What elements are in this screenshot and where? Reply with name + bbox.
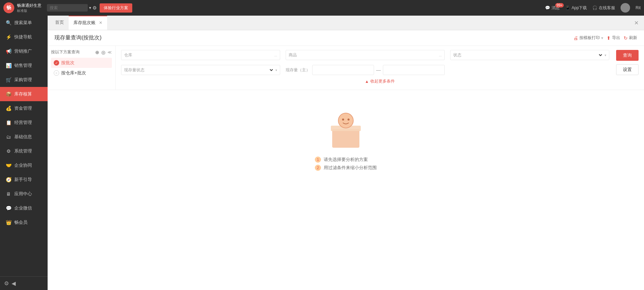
empty-svg (325, 110, 366, 151)
enterprise-icon: 🤝 (5, 162, 12, 168)
filter-row-1: 仓库 ... 商品 ... (121, 50, 609, 60)
marketing-icon: 📢 (5, 48, 12, 54)
sidebar-item-operations[interactable]: 📋 经营管理 (0, 115, 48, 130)
refresh-btn[interactable]: ↻ 刷新 (624, 35, 637, 41)
sidebar-settings-btn[interactable]: ⚙ (4, 280, 9, 287)
sidebar-bottom: ⚙ ◀ (0, 276, 48, 290)
sidebar-label-quick-nav: 快捷导航 (14, 34, 32, 40)
tab-close-btn[interactable]: ✕ (99, 20, 102, 25)
warehouse-dots-btn[interactable]: ... (274, 53, 277, 57)
empty-state: 1 请先选择要分析的方案 2 用过滤条件来缩小分析范围 (48, 90, 644, 191)
sidebar-collapse-btn[interactable]: ◀ (12, 280, 16, 287)
sidebar-item-purchase[interactable]: 🛒 采购管理 (0, 73, 48, 87)
status-select-wrap[interactable]: 状态 全部 正常 停用 ▾ (450, 50, 609, 60)
stock-main-from-input[interactable] (315, 68, 371, 72)
print-btn[interactable]: 🖨 按模板打印 ▾ (573, 35, 603, 41)
stock-main-dash: — (376, 67, 381, 73)
export-btn[interactable]: ⬆ 导出 (607, 35, 620, 41)
sidebar-item-inventory[interactable]: 📦 库存核算 (0, 87, 48, 101)
sidebar-label-purchase: 采购管理 (14, 77, 32, 83)
scheme-item-by-warehouse-batch[interactable]: ○ 按仓库+批次 (51, 68, 112, 78)
filter-settings-btn[interactable]: 设置 (616, 64, 639, 75)
sidebar-item-search[interactable]: 🔍 搜索菜单 (0, 16, 48, 30)
app-download-btn[interactable]: 📱 App下载 (565, 5, 587, 11)
svg-point-4 (348, 119, 350, 121)
operations-icon: 📋 (5, 120, 12, 126)
stock-status-label: 现存量状态 (124, 67, 145, 73)
sidebar-item-enterprise[interactable]: 🤝 企业协同 (0, 158, 48, 173)
product-dots-btn[interactable]: ... (439, 53, 442, 57)
warehouse-input-wrap[interactable]: 仓库 ... (121, 50, 280, 60)
add-scheme-btn[interactable]: ⊕ (95, 50, 99, 55)
sidebar-label-enterprise: 企业协同 (14, 162, 32, 168)
filter-status-group: 状态 全部 正常 停用 ▾ (450, 50, 609, 60)
sidebar-label-finance: 资金管理 (14, 105, 32, 111)
empty-hints: 1 请先选择要分析的方案 2 用过滤条件来缩小分析范围 (315, 157, 377, 171)
main-layout: 🔍 搜索菜单 ⚡ 快捷导航 📢 营销推广 📊 销售管理 🛒 采购管理 📦 库存核… (0, 16, 644, 290)
message-icon: 💬 (545, 5, 550, 10)
status-select[interactable]: 全部 正常 停用 (463, 52, 603, 58)
sidebar-item-quick-nav[interactable]: ⚡ 快捷导航 (0, 30, 48, 44)
industry-btn[interactable]: 体验行业方案 (100, 3, 132, 13)
sidebar-item-newbie[interactable]: 🧭 新手引导 (0, 173, 48, 187)
quick-nav-icon: ⚡ (5, 34, 12, 40)
sidebar-label-system: 系统管理 (14, 148, 32, 154)
collapse-btn[interactable]: ▲ 收起更多条件 (121, 77, 639, 86)
scheme-active-dot: ✓ (54, 60, 59, 66)
sidebar-label-operations: 经营管理 (14, 120, 32, 126)
stock-main-to-input[interactable] (386, 68, 442, 72)
sidebar-item-wechat[interactable]: 💬 企业微信 (0, 201, 48, 215)
stock-status-select-wrap[interactable]: 现存量状态 全部 有货 无货 ▾ (121, 65, 280, 75)
close-all-tabs-btn[interactable]: ✕ (631, 20, 641, 26)
avatar[interactable] (621, 3, 630, 13)
stock-status-select[interactable]: 全部 有货 无货 (146, 67, 274, 73)
content-area: 首页 库存批次账 ✕ ✕ 现存量查询(按批次) 🖨 按模板打印 ▾ (48, 16, 644, 290)
filter-row-2: 现存量状态 全部 有货 无货 ▾ (121, 65, 609, 75)
product-input-wrap[interactable]: 商品 ... (286, 50, 445, 60)
tab-inventory-batch[interactable]: 库存批次账 ✕ (69, 16, 107, 30)
search-input[interactable] (47, 4, 88, 12)
page-title: 现存量查询(按批次) (54, 34, 102, 41)
stock-main-to-wrap[interactable] (383, 65, 445, 75)
scheme-item-by-batch[interactable]: ✓ 按批次 (51, 58, 112, 68)
sidebar-label-basics: 基础信息 (14, 134, 32, 140)
query-btn[interactable]: 查询 (616, 50, 639, 61)
search-icon: 🔍 (5, 20, 12, 26)
status-chevron-icon: ▾ (605, 53, 606, 57)
sales-icon: 📊 (5, 62, 12, 69)
sidebar-item-appstore[interactable]: 🖥 应用中心 (0, 187, 48, 201)
filter-stock-main-group: 现存量（主） — (286, 65, 445, 75)
messages-btn[interactable]: 💬 消息 99+ (545, 5, 560, 11)
sidebar-item-member[interactable]: 👑 畅会员 (0, 215, 48, 230)
app-logo: 畅 (3, 2, 14, 13)
member-icon: 👑 (5, 219, 12, 225)
app-name: 畅康通好生意 标准版 (17, 3, 41, 13)
sidebar-label-inventory: 库存核算 (14, 91, 32, 97)
tab-home[interactable]: 首页 (50, 16, 69, 30)
appstore-icon: 🖥 (5, 191, 12, 197)
scheme-collapse-btn[interactable]: ≪ (107, 50, 112, 55)
topbar-gear-btn[interactable]: ⚙ (92, 5, 97, 11)
sidebar-item-sales[interactable]: 📊 销售管理 (0, 58, 48, 73)
search-dropdown-btn[interactable]: ▾ (89, 5, 91, 10)
scheme-panel: 按以下方案查询 ⊕ ◎ ≪ ✓ 按批次 ○ 按仓库+批次 (48, 46, 116, 90)
empty-hint-1: 1 请先选择要分析的方案 (315, 157, 377, 163)
filter-area: 按以下方案查询 ⊕ ◎ ≪ ✓ 按批次 ○ 按仓库+批次 (48, 46, 644, 90)
basics-icon: 🗂 (5, 134, 12, 140)
sidebar: 🔍 搜索菜单 ⚡ 快捷导航 📢 营销推广 📊 销售管理 🛒 采购管理 📦 库存核… (0, 16, 48, 290)
online-service-btn[interactable]: 🎧 在线客服 (592, 5, 615, 11)
scheme-settings-btn[interactable]: ◎ (101, 50, 105, 55)
system-icon: ⚙ (5, 148, 12, 154)
phone-icon: 📱 (565, 5, 570, 10)
sidebar-item-basics[interactable]: 🗂 基础信息 (0, 130, 48, 144)
sidebar-item-finance[interactable]: 💰 资金管理 (0, 101, 48, 115)
stock-main-from-wrap[interactable] (312, 65, 374, 75)
status-label: 状态 (453, 52, 461, 58)
finance-icon: 💰 (5, 105, 12, 111)
product-input[interactable] (298, 53, 439, 57)
sidebar-item-marketing[interactable]: 📢 营销推广 (0, 44, 48, 58)
warehouse-input[interactable] (134, 53, 274, 57)
export-icon: ⬆ (607, 35, 611, 41)
print-icon: 🖨 (573, 35, 578, 41)
sidebar-item-system[interactable]: ⚙ 系统管理 (0, 144, 48, 158)
